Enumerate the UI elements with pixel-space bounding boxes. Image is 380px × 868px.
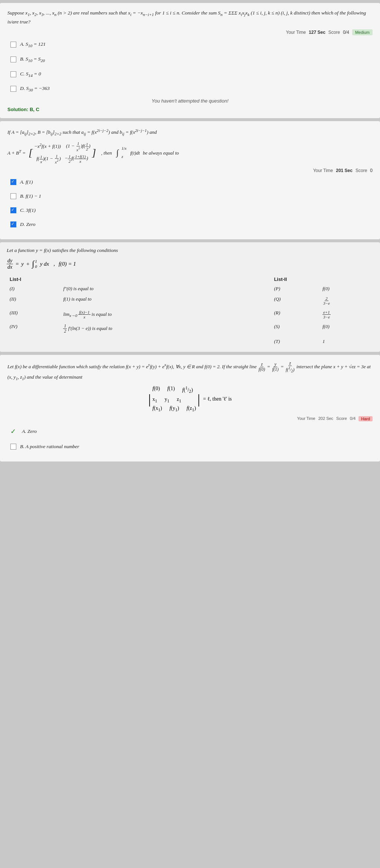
q1-text: Suppose x1, x2, x3, ..., xn (n > 2) are … [7, 9, 373, 26]
q1-option-d[interactable]: D. S30 = −363 [7, 83, 373, 94]
q1-meta: Your Time 127 Sec Score 0/4 Medium [7, 29, 373, 35]
q3-row1-p: (P) [271, 284, 320, 294]
q1-label-b: B. S10 = S20 [20, 56, 45, 63]
q1-difficulty: Medium [352, 29, 373, 35]
table-row: (II) f(1) is equal to (Q) 23−e [7, 294, 373, 308]
q3-row4-roman: (IV) [7, 321, 60, 336]
q2-score-label: Score [356, 168, 367, 173]
q1-label-d: D. S30 = −363 [20, 85, 50, 92]
table-row: (T) 1 [7, 336, 373, 347]
q2-option-d[interactable]: D. Zero [7, 219, 373, 230]
table-row: (III) limx→0 f(x)−1x is equal to (R) e+1… [7, 308, 373, 321]
q3-row5-val: 1 [320, 336, 373, 347]
q3-row1-roman: (I) [7, 284, 60, 294]
q4-option-a[interactable]: ✓ A. Zero [7, 425, 373, 438]
q3-list-ii-header: List-II [271, 275, 373, 284]
q4-meta: Your Time 202 Sec Score 0/4 Hard [7, 416, 373, 421]
q2-checkbox-a[interactable] [10, 179, 16, 185]
q1-time-label: Your Time [286, 30, 306, 35]
q1-label-a: A. S10 = 121 [20, 41, 46, 48]
q1-option-b[interactable]: B. S10 = S20 [7, 54, 373, 65]
q2-checkbox-c[interactable] [10, 207, 16, 213]
q3-row3-r: (R) [271, 308, 320, 321]
q1-checkbox-c[interactable] [10, 71, 16, 77]
matrix-display: [ −x2f(x + f(1)) (1 − 1x1)f(12) f(1x)(1 … [29, 141, 96, 164]
q1-checkbox-a[interactable] [10, 42, 16, 48]
q3-row1-val: f(0) [320, 284, 373, 294]
q2-option-c[interactable]: C. 3f(1) [7, 205, 373, 216]
q4-checkbox-b[interactable] [10, 444, 16, 450]
q2-label-a: A. f(1) [20, 179, 33, 185]
q1-option-a[interactable]: A. S10 = 121 [7, 39, 373, 50]
question-card-2: If A = [aij]2×2, B = [bij]2×2 such that … [0, 121, 380, 239]
q1-checkbox-b[interactable] [10, 56, 16, 62]
q2-score-value: 0 [370, 168, 373, 173]
question-card-3: Let a function y = f(x) satisfies the fo… [0, 242, 380, 352]
q2-label-c: C. 3f(1) [20, 207, 36, 213]
q3-row5-t: (T) [271, 336, 320, 347]
q1-not-attempted: You haven't attempted the question! [7, 98, 373, 104]
q1-score-value: 0/4 [343, 30, 349, 35]
q2-option-a[interactable]: A. f(1) [7, 177, 373, 187]
q3-row3-val: e+13−e [320, 308, 373, 321]
q4-difficulty: Hard [358, 416, 373, 421]
q1-label-c: C. S14 = 0 [20, 71, 41, 78]
q2-label-b: B. f(1) − 1 [20, 193, 41, 199]
q3-row4-val: f(0) [320, 321, 373, 336]
q1-option-c[interactable]: C. S14 = 0 [7, 69, 373, 80]
question-card-1: Suppose x1, x2, x3, ..., xn (n > 2) are … [0, 3, 380, 118]
q2-checkbox-d[interactable] [10, 221, 16, 227]
question-card-4: Let f(x) be a differentiable function wh… [0, 355, 380, 462]
q3-row3-roman: (III) [7, 308, 60, 321]
table-row: (IV) 12 f′(ln(3 − e)) is equal to (S) f(… [7, 321, 373, 336]
q2-text: If A = [aij]2×2, B = [bij]2×2 such that … [7, 127, 373, 164]
q2-meta: Your Time 201 Sec Score 0 [7, 168, 373, 173]
q4-label-a: A. Zero [22, 428, 37, 434]
q3-row3-desc: limx→0 f(x)−1x is equal to [60, 308, 271, 321]
q3-row2-desc: f(1) is equal to [60, 294, 271, 308]
q4-score-value: 0/4 [350, 416, 356, 421]
q3-row2-q: (Q) [271, 294, 320, 308]
q4-label-b: B. A positive rational number [20, 444, 79, 450]
q4-time-value: 202 Sec [318, 416, 333, 421]
q4-check-a: ✓ [10, 427, 16, 435]
q4-text: Let f(x) be a differentiable function wh… [7, 361, 373, 382]
q1-solution: Solution: B, C [7, 107, 373, 112]
q3-condition: dydx = y + ∫ 1 0 y dx , f(0) = 1 [7, 258, 373, 270]
q3-list-i-header: List-I [7, 275, 271, 284]
q4-option-b[interactable]: B. A positive rational number [7, 441, 373, 452]
q3-list-table: List-I List-II (I) f″(0) is equal to (P)… [7, 275, 373, 347]
q1-score-label: Score [328, 30, 340, 35]
q3-row2-roman: (II) [7, 294, 60, 308]
q3-row4-s: (S) [271, 321, 320, 336]
q3-row4-desc: 12 f′(ln(3 − e)) is equal to [60, 321, 271, 336]
q2-label-d: D. Zero [20, 221, 36, 227]
q1-time-value: 127 Sec [309, 30, 325, 35]
q2-time-label: Your Time [313, 168, 333, 173]
q3-row1-desc: f″(0) is equal to [60, 284, 271, 294]
q2-option-b[interactable]: B. f(1) − 1 [7, 191, 373, 201]
q4-score-label: Score [336, 416, 347, 421]
q3-row2-val: 23−e [320, 294, 373, 308]
table-row: (I) f″(0) is equal to (P) f(0) [7, 284, 373, 294]
q1-checkbox-d[interactable] [10, 86, 16, 92]
q4-time-label: Your Time [297, 416, 315, 421]
q2-time-value: 201 Sec [336, 168, 353, 173]
q3-title: Let a function y = f(x) satisfies the fo… [7, 247, 373, 253]
q4-determinant: | f(0)f(1)f(1/2) x1y1z1 f(x1)f(y1)f(z1) … [7, 386, 373, 412]
q2-checkbox-b[interactable] [10, 193, 16, 199]
